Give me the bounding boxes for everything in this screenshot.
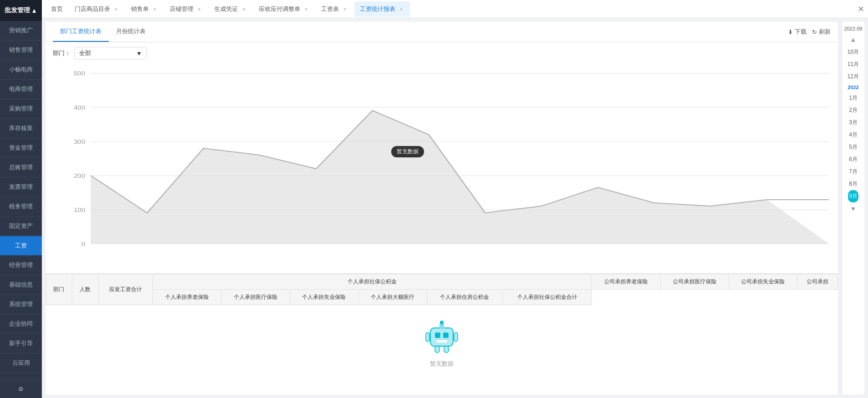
- chevron-down-icon: ▼: [136, 50, 142, 57]
- sidebar-item-库存核算[interactable]: 库存核算: [0, 119, 42, 138]
- sidebar-item-营销推广[interactable]: 营销推广: [0, 21, 42, 40]
- stats-table: 部门 人数 应发工资合计 个人承担社保公积金 公司承担养老保险 公司承担医疗保险…: [45, 274, 838, 305]
- download-button[interactable]: ⬇ 下载: [788, 28, 807, 36]
- page-area: 部门工资统计表月份统计表 ⬇ 下载 ↻ 刷新 部门： 全部 ▼: [45, 22, 838, 394]
- svg-rect-16: [436, 340, 447, 343]
- tab-close-button[interactable]: ×: [398, 6, 404, 12]
- tab-label: 门店商品目录: [75, 5, 110, 13]
- col-department: 部门: [46, 274, 72, 305]
- month-2月[interactable]: 2月: [846, 104, 860, 116]
- table-area[interactable]: 部门 人数 应发工资合计 个人承担社保公积金 公司承担养老保险 公司承担医疗保险…: [45, 273, 838, 394]
- tab-close-button[interactable]: ×: [303, 6, 309, 12]
- tab-工资统计报表[interactable]: 工资统计报表×: [354, 1, 410, 17]
- col-count: 人数: [72, 274, 98, 305]
- sidebar-item-电商管理[interactable]: 电商管理: [0, 80, 42, 99]
- tab-label: 工资统计报表: [360, 5, 395, 13]
- nav-up-button[interactable]: ▲: [848, 34, 859, 45]
- toolbar: ⬇ 下载 ↻ 刷新: [788, 28, 831, 36]
- refresh-icon: ↻: [812, 29, 817, 35]
- tab-首页[interactable]: 首页: [45, 1, 68, 17]
- tab-label: 首页: [51, 5, 63, 13]
- tab-close-button[interactable]: ×: [196, 6, 202, 12]
- col-company-social: 公司承担养老保险: [592, 274, 661, 290]
- tab-生成凭证[interactable]: 生成凭证×: [209, 1, 252, 17]
- chart-tooltip: 暂无数据: [391, 146, 424, 157]
- tab-店铺管理[interactable]: 店铺管理×: [164, 1, 208, 17]
- chart-area: 500 400 300 200 100 0: [45, 64, 838, 273]
- tab-bar: 首页门店商品目录×销售单×店铺管理×生成凭证×应收应付调整单×工资表×工资统计报…: [42, 0, 868, 18]
- tab-label: 生成凭证: [214, 5, 238, 13]
- svg-text:100: 100: [74, 207, 85, 213]
- month-1月[interactable]: 1月: [846, 92, 860, 104]
- nav-down-button[interactable]: ▼: [848, 203, 859, 214]
- sidebar-item-销售管理[interactable]: 销售管理: [0, 40, 42, 60]
- sidebar-item-小畅电商[interactable]: 小畅电商: [0, 60, 42, 80]
- sidebar-item-资金管理[interactable]: 资金管理: [0, 138, 42, 158]
- sidebar-header[interactable]: 批发管理 ▲: [0, 0, 42, 21]
- refresh-button[interactable]: ↻ 刷新: [812, 28, 831, 36]
- month-8月[interactable]: 8月: [846, 178, 860, 190]
- refresh-label: 刷新: [819, 28, 831, 36]
- sidebar-item-采购管理[interactable]: 采购管理: [0, 99, 42, 119]
- sidebar-item-系统管理[interactable]: 系统管理: [0, 295, 42, 314]
- sidebar-toggle-icon[interactable]: ▲: [31, 7, 37, 14]
- sidebar-item-企业协同[interactable]: 企业协同: [0, 314, 42, 334]
- tab-门店商品目录[interactable]: 门店商品目录×: [69, 1, 125, 17]
- sidebar-item-基础信息[interactable]: 基础信息: [0, 275, 42, 295]
- sidebar-item-经营管理[interactable]: 经营管理: [0, 256, 42, 275]
- svg-rect-20: [454, 333, 458, 342]
- month-11月[interactable]: 11月: [846, 58, 860, 71]
- svg-rect-14: [435, 333, 440, 338]
- month-6月[interactable]: 6月: [846, 153, 860, 166]
- month-10月[interactable]: 10月: [846, 46, 860, 58]
- empty-state: 暂无数据: [45, 305, 838, 382]
- sub-tab-月份统计表[interactable]: 月份统计表: [109, 22, 153, 42]
- month-5月[interactable]: 5月: [846, 141, 860, 153]
- department-select-value: 全部: [79, 49, 91, 57]
- tab-销售单[interactable]: 销售单×: [126, 1, 163, 17]
- sidebar-item-总账管理[interactable]: 总账管理: [0, 158, 42, 177]
- col-personal-housing: 个人承担住房公积金: [427, 290, 502, 305]
- close-all-button[interactable]: ✕: [858, 4, 864, 14]
- month-3月[interactable]: 3月: [846, 116, 860, 129]
- main-content: 首页门店商品目录×销售单×店铺管理×生成凭证×应收应付调整单×工资表×工资统计报…: [42, 0, 868, 398]
- tab-应收应付调整单[interactable]: 应收应付调整单×: [253, 1, 315, 17]
- department-select[interactable]: 全部 ▼: [74, 47, 147, 60]
- sidebar-footer-settings[interactable]: ⚙: [0, 380, 42, 398]
- tab-工资表[interactable]: 工资表×: [316, 1, 353, 17]
- month-7月[interactable]: 7月: [846, 166, 860, 178]
- col-company-medical: 公司承担医疗保险: [661, 274, 729, 290]
- filter-label: 部门：: [53, 49, 71, 57]
- tab-close-button[interactable]: ×: [342, 6, 348, 12]
- svg-text:200: 200: [74, 173, 85, 179]
- tab-close-button[interactable]: ×: [241, 6, 247, 12]
- sidebar-item-工资[interactable]: 工资: [0, 236, 42, 256]
- empty-text: 暂无数据: [430, 360, 454, 368]
- sidebar-item-云应用[interactable]: 云应用: [0, 353, 42, 373]
- col-personal-medical: 个人承担医疗保险: [221, 290, 290, 305]
- svg-text:500: 500: [74, 71, 85, 76]
- month-9月[interactable]: 9月: [848, 190, 858, 202]
- sidebar: 批发管理 ▲ 营销推广销售管理小畅电商电商管理采购管理库存核算资金管理总账管理发…: [0, 0, 42, 398]
- tab-close-button[interactable]: ×: [113, 6, 119, 12]
- sidebar-item-新手引导[interactable]: 新手引导: [0, 334, 42, 353]
- right-panel: 2022.09 ▲ 10月11月12月20221月2月3月4月5月6月7月8月9…: [842, 22, 864, 394]
- sidebar-item-固定资产[interactable]: 固定资产: [0, 217, 42, 236]
- col-personal-unemployment: 个人承担失业保险: [290, 290, 358, 305]
- sidebar-item-税务管理[interactable]: 税务管理: [0, 197, 42, 217]
- svg-rect-21: [435, 346, 439, 353]
- svg-rect-19: [426, 333, 429, 342]
- sidebar-item-发票管理[interactable]: 发票管理: [0, 177, 42, 197]
- tab-close-button[interactable]: ×: [151, 6, 158, 12]
- sub-tab-部门工资统计表[interactable]: 部门工资统计表: [53, 22, 109, 42]
- sub-tabs: 部门工资统计表月份统计表 ⬇ 下载 ↻ 刷新: [45, 22, 838, 42]
- svg-text:400: 400: [74, 105, 85, 111]
- svg-rect-13: [430, 328, 453, 346]
- inner-content: 部门工资统计表月份统计表 ⬇ 下载 ↻ 刷新 部门： 全部 ▼: [42, 18, 868, 398]
- download-label: 下载: [795, 28, 807, 36]
- filter-bar: 部门： 全部 ▼: [45, 42, 838, 64]
- month-2022[interactable]: 2022: [846, 83, 860, 92]
- month-12月[interactable]: 12月: [846, 71, 860, 83]
- month-4月[interactable]: 4月: [846, 129, 860, 141]
- col-company-unemployment: 公司承担失业保险: [729, 274, 797, 290]
